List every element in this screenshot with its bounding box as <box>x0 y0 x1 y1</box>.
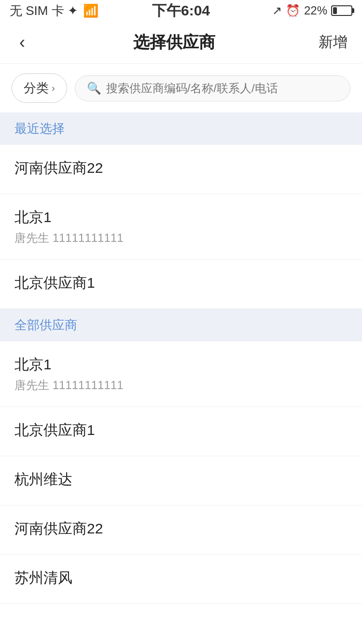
location-icon: ↗ <box>272 4 282 17</box>
list-item[interactable]: 河南供应商22 <box>0 505 362 555</box>
search-icon: 🔍 <box>87 82 101 95</box>
list-item[interactable]: 杭州维达 <box>0 456 362 505</box>
item-name: 北京1 <box>14 208 348 227</box>
item-name: 北京1 <box>14 355 348 375</box>
item-name: 杭州维达 <box>14 470 348 490</box>
back-button[interactable]: ‹ <box>14 28 30 57</box>
nav-title: 选择供应商 <box>133 31 215 54</box>
list-item[interactable]: 北京供应商1 <box>0 260 362 309</box>
list-item[interactable]: 苏州清风 <box>0 555 362 604</box>
recent-section-header: 最近选择 <box>0 112 362 145</box>
status-right: ↗ ⏰ 22% <box>272 4 352 17</box>
item-name: 北京供应商1 <box>14 420 348 440</box>
recent-items-list: 河南供应商22北京1唐先生 11111111111北京供应商1 <box>0 145 362 309</box>
all-section-header: 全部供应商 <box>0 309 362 341</box>
filter-bar: 分类 › 🔍 <box>0 64 362 112</box>
alarm-icon: ⏰ <box>286 4 300 17</box>
recent-section-label: 最近选择 <box>14 121 65 136</box>
search-input[interactable] <box>106 82 338 95</box>
all-items-list: 北京1唐先生 11111111111北京供应商1杭州维达河南供应商22苏州清风 <box>0 341 362 604</box>
status-time: 下午6:04 <box>152 1 210 21</box>
status-bar: 无 SIM 卡 ✦ 📶 下午6:04 ↗ ⏰ 22% <box>0 0 362 21</box>
item-name: 河南供应商22 <box>14 158 348 178</box>
list-item[interactable]: 北京供应商1 <box>0 407 362 456</box>
list-item[interactable]: 北京1唐先生 11111111111 <box>0 194 362 260</box>
list-item[interactable]: 北京1唐先生 11111111111 <box>0 341 362 407</box>
battery-icon <box>331 5 352 16</box>
item-contact: 唐先生 11111111111 <box>14 378 348 393</box>
item-name: 苏州清风 <box>14 568 348 588</box>
battery-percent: 22% <box>304 4 327 17</box>
new-button[interactable]: 新增 <box>319 32 348 52</box>
category-label: 分类 <box>24 80 49 97</box>
item-name: 北京供应商1 <box>14 273 348 293</box>
wifi-icon: 📶 <box>83 3 98 18</box>
item-name: 河南供应商22 <box>14 519 348 539</box>
status-left: 无 SIM 卡 ✦ 📶 <box>10 2 98 19</box>
chevron-right-icon: › <box>52 83 55 94</box>
sim-label: 无 SIM 卡 ✦ <box>10 2 78 19</box>
item-contact: 唐先生 11111111111 <box>14 230 348 246</box>
search-box[interactable]: 🔍 <box>75 75 350 101</box>
nav-bar: ‹ 选择供应商 新增 <box>0 21 362 64</box>
list-item[interactable]: 河南供应商22 <box>0 145 362 194</box>
category-filter[interactable]: 分类 › <box>12 73 67 103</box>
all-section-label: 全部供应商 <box>14 318 77 332</box>
